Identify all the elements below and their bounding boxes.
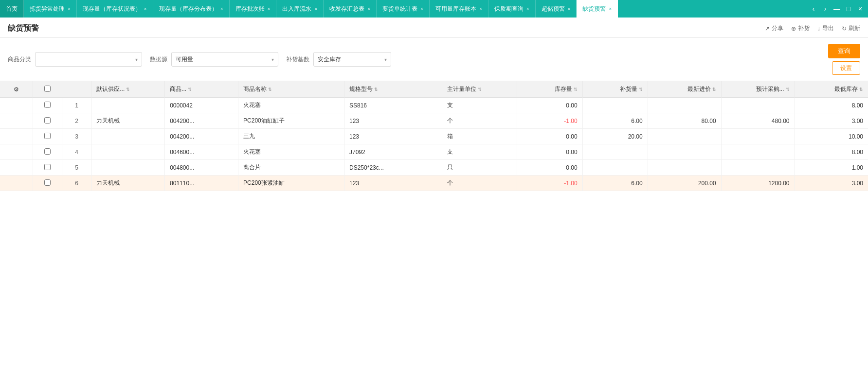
tab-close-icon[interactable]: × — [314, 6, 317, 12]
tab-close-icon[interactable]: × — [526, 6, 529, 12]
row-stock: 0.00 — [517, 129, 582, 144]
table-row[interactable]: 1 0000042 火花塞 SS816 支 0.00 8.00 — [0, 98, 868, 113]
refresh-button[interactable]: ↻ 刷新 — [842, 24, 860, 33]
tab-next-btn[interactable]: › — [819, 3, 831, 15]
row-checkbox-cell[interactable] — [33, 129, 62, 144]
row-checkbox[interactable] — [44, 179, 51, 186]
tab-item[interactable]: 收发存汇总表× — [324, 0, 377, 18]
table-row[interactable]: 6 力天机械 801110... PC200张紧油缸 123 个 -1.00 6… — [0, 176, 868, 191]
th-gear[interactable]: ⚙ — [0, 81, 33, 98]
tab-minimize-btn[interactable]: — — [831, 3, 843, 15]
tab-close-icon[interactable]: × — [568, 6, 571, 12]
tab-item[interactable]: 超储预警× — [536, 0, 577, 18]
name-sort[interactable]: 商品名称 ⇅ — [243, 85, 272, 93]
filter-bar: 商品分类 ▾ 数据源 可用量 ▾ 补货基数 安全库存 ▾ 查询 设置 — [0, 38, 868, 81]
th-supplement[interactable]: 补货量 ⇅ — [582, 81, 648, 98]
tab-item[interactable]: 保质期查询× — [488, 0, 536, 18]
select-all-checkbox[interactable] — [44, 86, 51, 92]
row-min-stock: 3.00 — [795, 176, 868, 191]
tab-close-icon[interactable]: × — [479, 6, 482, 12]
th-minstock[interactable]: 最低库存 ⇅ — [795, 81, 868, 98]
row-code: 004200... — [165, 129, 238, 144]
tab-item[interactable]: 拣货异常处理× — [24, 0, 77, 18]
refresh-icon: ↻ — [842, 25, 847, 32]
data-source-select[interactable]: 可用量 ▾ — [171, 52, 278, 67]
row-checkbox-cell[interactable] — [33, 160, 62, 176]
gear-icon[interactable]: ⚙ — [14, 86, 19, 93]
stock-sort[interactable]: 库存量 ⇅ — [555, 85, 578, 93]
row-gear-cell — [0, 160, 33, 176]
th-price[interactable]: 最新进价 ⇅ — [648, 81, 721, 98]
share-button[interactable]: ↗ 分享 — [765, 24, 783, 33]
product-category-select[interactable]: ▾ — [35, 52, 142, 67]
row-unit: 箱 — [442, 129, 517, 144]
supplier-sort[interactable]: 默认供应... ⇅ — [96, 85, 130, 93]
th-estimate[interactable]: 预计采购... ⇅ — [721, 81, 795, 98]
tab-item[interactable]: 可用量库存账本× — [430, 0, 488, 18]
tab-item[interactable]: 出入库流水× — [276, 0, 324, 18]
tab-close-icon[interactable]: × — [144, 6, 147, 12]
row-checkbox[interactable] — [44, 133, 51, 139]
row-checkbox-cell[interactable] — [33, 113, 62, 129]
supplement-base-select[interactable]: 安全库存 ▾ — [313, 52, 391, 67]
unit-sort[interactable]: 主计量单位 ⇅ — [447, 85, 482, 93]
tab-item[interactable]: 要货单统计表× — [377, 0, 430, 18]
tab-item[interactable]: 缺货预警× — [577, 0, 618, 18]
share-label: 分享 — [772, 24, 783, 33]
tab-close-icon[interactable]: × — [420, 6, 423, 12]
minstock-sort[interactable]: 最低库存 ⇅ — [834, 85, 863, 93]
settings-button[interactable]: 设置 — [832, 61, 860, 75]
tab-close-all-btn[interactable]: × — [854, 3, 866, 15]
row-estimate-purchase: 1200.00 — [721, 176, 795, 191]
table-row[interactable]: 2 力天机械 004200... PC200油缸缸子 123 个 -1.00 6… — [0, 113, 868, 129]
th-code[interactable]: 商品... ⇅ — [165, 81, 238, 98]
row-checkbox[interactable] — [44, 148, 51, 155]
row-unit: 支 — [442, 98, 517, 113]
table-row[interactable]: 5 004800... 离合片 DS250*23c... 只 0.00 1.00 — [0, 160, 868, 176]
row-checkbox-cell[interactable] — [33, 98, 62, 113]
row-supplement-qty: 6.00 — [582, 113, 648, 129]
main-content: 缺货预警 ↗ 分享 ⊕ 补货 ↓ 导出 ↻ 刷新 商品分类 — [0, 18, 868, 387]
tab-item[interactable]: 首页 — [0, 0, 24, 18]
table-row[interactable]: 3 004200... 三九 123 箱 0.00 20.00 10.00 — [0, 129, 868, 144]
row-checkbox-cell[interactable] — [33, 144, 62, 160]
spec-sort[interactable]: 规格型号 ⇅ — [349, 85, 378, 93]
th-supplier[interactable]: 默认供应... ⇅ — [91, 81, 165, 98]
tab-close-icon[interactable]: × — [268, 6, 271, 12]
row-name: PC200张紧油缸 — [238, 176, 344, 191]
tab-close-icon[interactable]: × — [367, 6, 370, 12]
tab-maximize-btn[interactable]: □ — [843, 3, 854, 15]
tab-nav-buttons: ‹ › — □ × — [806, 3, 868, 15]
row-estimate-purchase — [721, 160, 795, 176]
th-unit[interactable]: 主计量单位 ⇅ — [442, 81, 517, 98]
query-button[interactable]: 查询 — [828, 44, 860, 58]
table-container: ⚙ 默认供应... ⇅ 商品... — [0, 81, 868, 191]
supplement-button[interactable]: ⊕ 补货 — [791, 24, 810, 33]
row-code: 0000042 — [165, 98, 238, 113]
export-button[interactable]: ↓ 导出 — [817, 24, 834, 33]
tab-close-icon[interactable]: × — [68, 6, 71, 12]
tab-item[interactable]: 现存量（库存状况表）× — [77, 0, 153, 18]
estimate-sort[interactable]: 预计采购... ⇅ — [756, 85, 790, 93]
row-min-stock: 8.00 — [795, 98, 868, 113]
code-sort[interactable]: 商品... ⇅ — [170, 85, 192, 93]
row-checkbox-cell[interactable] — [33, 176, 62, 191]
product-category-group: 商品分类 ▾ — [8, 52, 142, 67]
supplement-sort[interactable]: 补货量 ⇅ — [620, 85, 643, 93]
price-sort[interactable]: 最新进价 ⇅ — [687, 85, 716, 93]
tab-close-icon[interactable]: × — [220, 6, 223, 12]
row-checkbox[interactable] — [44, 102, 51, 108]
row-latest-price — [648, 144, 721, 160]
th-stock[interactable]: 库存量 ⇅ — [517, 81, 582, 98]
tab-close-icon[interactable]: × — [609, 6, 612, 12]
table-row[interactable]: 4 004600... 火花塞 J7092 支 0.00 8.00 — [0, 144, 868, 160]
tab-item[interactable]: 现存量（库存分布表）× — [153, 0, 230, 18]
th-supplier-label: 默认供应... — [96, 85, 125, 93]
tab-item[interactable]: 库存批次账× — [230, 0, 277, 18]
row-checkbox[interactable] — [44, 117, 51, 123]
row-checkbox[interactable] — [44, 164, 51, 170]
row-supplier: 力天机械 — [91, 176, 165, 191]
th-spec[interactable]: 规格型号 ⇅ — [344, 81, 442, 98]
th-name[interactable]: 商品名称 ⇅ — [238, 81, 344, 98]
tab-prev-btn[interactable]: ‹ — [808, 3, 819, 15]
